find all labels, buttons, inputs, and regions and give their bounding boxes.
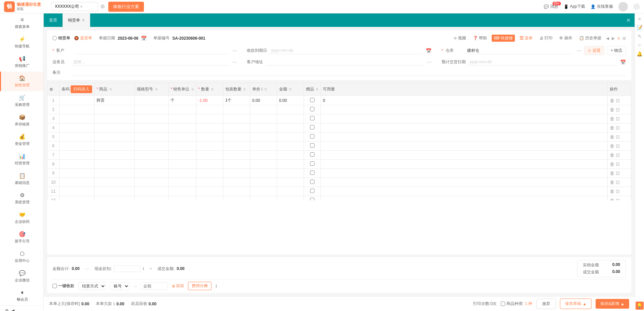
row-product[interactable]: [94, 132, 135, 142]
row-gift[interactable]: [304, 96, 320, 105]
row-product[interactable]: [94, 105, 135, 114]
copy-row-icon[interactable]: ⊡: [616, 198, 620, 200]
row-gift[interactable]: [304, 151, 320, 160]
delete-row-icon[interactable]: 🗑: [610, 161, 614, 167]
delete-row-icon[interactable]: 🗑: [610, 143, 614, 149]
due-date-input[interactable]: [269, 47, 423, 54]
tab-sales-order[interactable]: 销货单 ×: [63, 13, 90, 27]
copy-row-icon[interactable]: ⊡: [616, 143, 620, 149]
payment-amount-input[interactable]: [141, 282, 168, 290]
sidebar-item-quick-nav[interactable]: ⚡ 快捷导航: [0, 33, 43, 52]
bank-account-select[interactable]: 账号: [110, 282, 129, 290]
row-gift[interactable]: [304, 105, 320, 114]
delete-row-icon[interactable]: 🗑: [610, 116, 614, 121]
delete-row-icon[interactable]: 🗑: [610, 152, 614, 158]
view-toggle-2[interactable]: ⊞: [622, 36, 626, 41]
save-new-button[interactable]: 保存&新增 ▲: [596, 299, 629, 309]
sidebar-item-finance[interactable]: 💰 资金管理: [0, 130, 43, 150]
save-draft-button[interactable]: 保存草稿 ▲: [560, 299, 592, 309]
settings-button[interactable]: ⊙ 设置: [584, 46, 604, 55]
help-btn[interactable]: ❓ 帮助: [471, 34, 489, 42]
delete-row-icon[interactable]: 🗑: [610, 98, 614, 103]
video-btn[interactable]: ⊙ 视频: [452, 34, 468, 42]
copy-row-icon[interactable]: ⊡: [616, 161, 620, 167]
right-panel-btn-6[interactable]: 💡: [636, 302, 644, 310]
dots-icon[interactable]: ···: [134, 284, 137, 288]
sidebar-item-app-center[interactable]: ⬡ 应用中心: [0, 247, 43, 267]
salesperson-dots[interactable]: ···: [232, 59, 237, 65]
print-btn[interactable]: 🖨 打印: [537, 34, 555, 42]
row-product[interactable]: [94, 151, 135, 160]
app-download-button[interactable]: 📱 App下载: [564, 4, 585, 9]
add-payment-button[interactable]: ⊕ 添加: [172, 283, 184, 289]
salesperson-input[interactable]: [71, 59, 229, 66]
row-gift[interactable]: [304, 160, 320, 169]
address-input[interactable]: [266, 59, 423, 66]
row-product[interactable]: [94, 142, 135, 151]
row-gift[interactable]: [304, 114, 320, 123]
company-selector[interactable]: XXXXXX公司 ▾: [51, 2, 98, 11]
tab-home[interactable]: 首页: [44, 13, 63, 27]
sidebar-item-inventory[interactable]: 📦 库存核算: [0, 111, 43, 130]
sidebar-item-marketing[interactable]: 📢 营销推广: [0, 52, 43, 72]
row-product[interactable]: [94, 187, 135, 196]
row-gift[interactable]: [304, 123, 320, 132]
sidebar-item-wechat[interactable]: 💬 企业微信: [0, 267, 43, 286]
avatar[interactable]: [618, 2, 628, 11]
history-btn[interactable]: 📋 历史单据: [577, 34, 603, 42]
radio-return-order[interactable]: 退货单: [74, 35, 92, 41]
warehouse-input[interactable]: [465, 47, 573, 54]
row-gift[interactable]: [304, 142, 320, 151]
delete-row-icon[interactable]: 🗑: [610, 189, 614, 194]
copy-row-icon[interactable]: ⊡: [616, 98, 620, 103]
row-gift[interactable]: [304, 187, 320, 196]
row-product[interactable]: [94, 160, 135, 169]
delivery-date-calendar-icon[interactable]: 📅: [620, 60, 626, 65]
settings-icon[interactable]: ⚙: [100, 3, 105, 10]
shortcut-btn[interactable]: ⌨ 快捷键: [492, 35, 515, 42]
radio-sales-order[interactable]: 销货单: [52, 35, 70, 41]
right-panel-btn-2[interactable]: 📝: [636, 24, 644, 32]
copy-row-icon[interactable]: ⊡: [616, 134, 620, 140]
row-product[interactable]: [94, 169, 135, 178]
product-type-checkbox[interactable]: [501, 302, 505, 306]
avatar-2[interactable]: [633, 3, 640, 10]
delivery-date-input[interactable]: [468, 59, 618, 66]
select-order-btn[interactable]: ☰ 选单: [518, 34, 535, 42]
row-product[interactable]: [94, 123, 135, 132]
delete-row-icon[interactable]: 🗑: [610, 125, 614, 130]
sidebar-item-member[interactable]: ♦ 畅会员: [0, 286, 43, 305]
abandon-button[interactable]: 放弃: [536, 299, 556, 309]
row-product[interactable]: [94, 114, 135, 123]
view-toggle-1[interactable]: ≡: [617, 36, 620, 41]
delete-row-icon[interactable]: 🗑: [610, 170, 614, 176]
one-click-pay-checkbox[interactable]: 一键收款: [52, 283, 74, 289]
sidebar-item-basic-info[interactable]: 📋 基础信息: [0, 169, 43, 189]
sidebar-item-management[interactable]: 📊 经营管理: [0, 150, 43, 169]
close-window-icon[interactable]: ✕: [626, 17, 631, 23]
trial-button[interactable]: 体验行业方案: [108, 2, 144, 12]
row-gift[interactable]: [304, 132, 320, 142]
notes-input[interactable]: [71, 69, 626, 76]
row-product[interactable]: 拆贡: [94, 96, 135, 105]
sidebar-item-guide[interactable]: 🎯 新手引导: [0, 228, 43, 247]
message-button[interactable]: 💬 消息 99+: [544, 4, 558, 9]
calendar-icon[interactable]: 📅: [141, 36, 147, 41]
online-service-button[interactable]: 👤 在线客服: [591, 4, 613, 9]
right-panel-btn-3[interactable]: ✎: [636, 32, 644, 40]
prev-icon[interactable]: ◀: [606, 36, 609, 41]
shipping-button[interactable]: + 物流: [607, 46, 626, 55]
copy-row-icon[interactable]: ⊡: [616, 170, 620, 176]
product-type-item[interactable]: 商品种类: 1 种: [501, 301, 532, 307]
delete-row-icon[interactable]: 🗑: [610, 134, 614, 140]
tab-close-icon[interactable]: ×: [82, 17, 85, 23]
scan-button[interactable]: 扫码录入: [71, 85, 92, 93]
expense-split-button[interactable]: 费用分摊: [188, 282, 212, 290]
customer-input[interactable]: [75, 47, 229, 54]
row-gift[interactable]: [304, 196, 320, 201]
row-product[interactable]: [94, 196, 135, 201]
delete-row-icon[interactable]: 🗑: [610, 198, 614, 200]
table-settings-icon[interactable]: ⚙: [49, 87, 53, 92]
next-icon[interactable]: ▶: [612, 36, 615, 41]
right-panel-btn-5[interactable]: 🔔: [636, 50, 644, 58]
